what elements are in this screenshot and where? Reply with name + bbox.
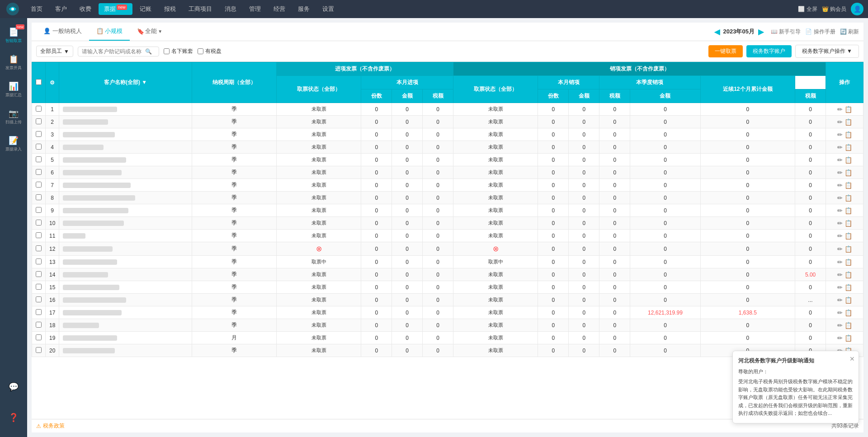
edit-icon[interactable]: ✏ bbox=[837, 271, 843, 278]
nav-message[interactable]: 消息 bbox=[219, 3, 242, 15]
copy-icon[interactable]: 📋 bbox=[844, 169, 852, 176]
copy-icon[interactable]: 📋 bbox=[844, 156, 852, 164]
copy-icon[interactable]: 📋 bbox=[844, 232, 852, 240]
tab-small[interactable]: 📋 小规模 bbox=[89, 23, 130, 41]
user-avatar[interactable]: 👤 bbox=[851, 3, 863, 15]
one-click-btn[interactable]: 一键取票 bbox=[708, 45, 743, 57]
copy-icon[interactable]: 📋 bbox=[844, 182, 852, 189]
row-checkbox[interactable] bbox=[36, 220, 42, 226]
edit-icon[interactable]: ✏ bbox=[837, 169, 843, 176]
copy-icon[interactable]: 📋 bbox=[844, 118, 852, 126]
sidebar-item-scan[interactable]: 📷 扫描上传 bbox=[1, 104, 26, 129]
has-disk-checkbox[interactable] bbox=[198, 48, 203, 54]
edit-icon[interactable]: ✏ bbox=[837, 156, 843, 164]
nav-operation[interactable]: 经营 bbox=[268, 3, 291, 15]
sidebar-item-enter[interactable]: 📝 票据录入 bbox=[1, 131, 26, 156]
nav-ticket[interactable]: 票据new bbox=[99, 3, 132, 15]
row-checkbox[interactable] bbox=[36, 334, 42, 340]
nav-fee[interactable]: 收费 bbox=[74, 3, 97, 15]
digital-op-btn[interactable]: 税务数字账户操作 ▼ bbox=[795, 45, 859, 58]
row-checkbox[interactable] bbox=[36, 131, 42, 137]
nav-tax[interactable]: 报税 bbox=[159, 3, 181, 15]
edit-icon[interactable]: ✏ bbox=[837, 245, 843, 253]
search-icon[interactable]: 🔍 bbox=[145, 48, 152, 55]
nav-service[interactable]: 服务 bbox=[292, 3, 315, 15]
nav-accounting[interactable]: 记账 bbox=[134, 3, 157, 15]
edit-icon[interactable]: ✏ bbox=[837, 118, 843, 126]
row-checkbox[interactable] bbox=[36, 347, 42, 353]
copy-icon[interactable]: 📋 bbox=[844, 144, 852, 151]
row-checkbox[interactable] bbox=[36, 207, 42, 213]
edit-icon[interactable]: ✏ bbox=[837, 296, 843, 304]
row-checkbox[interactable] bbox=[36, 232, 42, 238]
under-account-checkbox[interactable] bbox=[164, 48, 170, 54]
edit-icon[interactable]: ✏ bbox=[837, 182, 843, 189]
row-checkbox[interactable] bbox=[36, 118, 42, 124]
prev-month-btn[interactable]: ◀ bbox=[714, 28, 720, 36]
row-checkbox[interactable] bbox=[36, 296, 42, 302]
row-checkbox[interactable] bbox=[36, 271, 42, 277]
row-checkbox[interactable] bbox=[36, 322, 42, 328]
edit-icon[interactable]: ✏ bbox=[837, 258, 843, 266]
row-checkbox[interactable] bbox=[36, 106, 42, 112]
nav-management[interactable]: 管理 bbox=[244, 3, 266, 15]
nav-home[interactable]: 首页 bbox=[25, 3, 48, 15]
search-input[interactable] bbox=[82, 48, 145, 55]
row-checkbox[interactable] bbox=[36, 284, 42, 290]
row-checkbox[interactable] bbox=[36, 144, 42, 150]
nav-customer[interactable]: 客户 bbox=[50, 3, 72, 15]
edit-icon[interactable]: ✏ bbox=[837, 232, 843, 240]
edit-icon[interactable]: ✏ bbox=[837, 106, 843, 113]
new-guide-btn[interactable]: 📖 新手引导 bbox=[771, 28, 801, 36]
edit-icon[interactable]: ✏ bbox=[837, 322, 843, 329]
copy-icon[interactable]: 📋 bbox=[844, 296, 852, 304]
copy-icon[interactable]: 📋 bbox=[844, 322, 852, 329]
sidebar-help[interactable]: ❓ bbox=[1, 405, 26, 431]
copy-icon[interactable]: 📋 bbox=[844, 131, 852, 138]
copy-icon[interactable]: 📋 bbox=[844, 309, 852, 316]
under-account-check[interactable]: 名下账套 bbox=[164, 47, 193, 55]
row-checkbox[interactable] bbox=[36, 245, 42, 251]
nav-settings[interactable]: 设置 bbox=[317, 3, 340, 15]
sidebar-item-summary[interactable]: 📊 票据汇总 bbox=[1, 77, 26, 102]
tab-all[interactable]: 🔖 全能 ▼ bbox=[130, 23, 170, 41]
edit-icon[interactable]: ✏ bbox=[837, 220, 843, 227]
row-checkbox[interactable] bbox=[36, 258, 42, 264]
copy-icon[interactable]: 📋 bbox=[844, 207, 852, 214]
tax-policy-link[interactable]: ⚠ 税务政策 bbox=[36, 422, 65, 430]
row-checkbox[interactable] bbox=[36, 169, 42, 175]
edit-icon[interactable]: ✏ bbox=[837, 207, 843, 214]
fullscreen-btn[interactable]: ⬜ 全屏 bbox=[798, 5, 817, 13]
copy-icon[interactable]: 📋 bbox=[844, 194, 852, 202]
sidebar-item-smart-ticket[interactable]: 📄 智能取票 new bbox=[1, 23, 26, 48]
sidebar-item-open-ticket[interactable]: 📋 发票开具 bbox=[1, 50, 26, 75]
copy-icon[interactable]: 📋 bbox=[844, 284, 852, 291]
row-checkbox[interactable] bbox=[36, 156, 42, 162]
edit-icon[interactable]: ✏ bbox=[837, 309, 843, 316]
has-disk-check[interactable]: 有税盘 bbox=[198, 47, 222, 55]
refresh-btn[interactable]: 🔄 刷新 bbox=[840, 28, 859, 36]
copy-icon[interactable]: 📋 bbox=[844, 271, 852, 278]
notice-close-btn[interactable]: ✕ bbox=[849, 354, 855, 364]
digital-account-btn[interactable]: 税务数字账户 bbox=[746, 45, 792, 57]
edit-icon[interactable]: ✏ bbox=[837, 131, 843, 138]
manual-btn[interactable]: 📄 操作手册 bbox=[805, 28, 835, 36]
app-logo[interactable] bbox=[5, 1, 21, 17]
nav-business[interactable]: 工商项目 bbox=[183, 3, 217, 15]
next-month-btn[interactable]: ▶ bbox=[758, 28, 764, 36]
edit-icon[interactable]: ✏ bbox=[837, 194, 843, 202]
sidebar-chat[interactable]: 💬 bbox=[1, 375, 26, 400]
tab-general[interactable]: 👤 一般纳税人 bbox=[36, 23, 89, 41]
copy-icon[interactable]: 📋 bbox=[844, 334, 852, 342]
edit-icon[interactable]: ✏ bbox=[837, 144, 843, 151]
copy-icon[interactable]: 📋 bbox=[844, 258, 852, 266]
row-checkbox[interactable] bbox=[36, 309, 42, 315]
employee-select[interactable]: 全部员工 ▼ bbox=[36, 46, 73, 57]
edit-icon[interactable]: ✏ bbox=[837, 284, 843, 291]
row-checkbox[interactable] bbox=[36, 182, 42, 188]
copy-icon[interactable]: 📋 bbox=[844, 245, 852, 253]
edit-icon[interactable]: ✏ bbox=[837, 334, 843, 342]
copy-icon[interactable]: 📋 bbox=[844, 106, 852, 113]
member-btn[interactable]: 👑 购会员 bbox=[822, 5, 846, 13]
select-all-checkbox[interactable] bbox=[36, 79, 42, 85]
